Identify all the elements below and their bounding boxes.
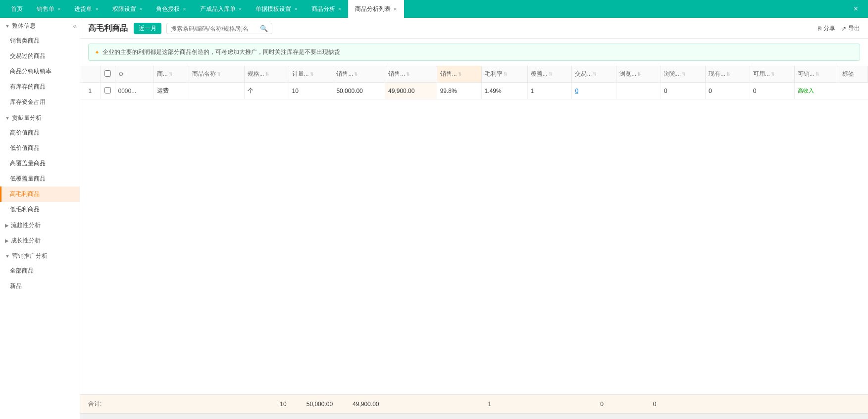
th-sales-qty[interactable]: 销售...⇅ (333, 66, 385, 83)
sidebar-item-new-products[interactable]: 新品 (0, 279, 80, 294)
arrow-contribution: ▼ (5, 115, 10, 121)
sidebar-item-high-value[interactable]: 高价值商品 (0, 125, 80, 140)
th-gross-margin[interactable]: 毛利率⇅ (481, 66, 527, 83)
footer-cells: 10 50,000.00 49,900.00 1 0 0 (116, 401, 661, 408)
row-checkbox[interactable] (104, 87, 111, 93)
sidebar-item-inventory-capital[interactable]: 库存资金占用 (0, 94, 80, 110)
close-purchase-order[interactable]: × (95, 6, 98, 12)
sidebar-item-high-coverage[interactable]: 高覆盖量商品 (0, 156, 80, 171)
close-template-settings[interactable]: × (294, 6, 297, 12)
search-input[interactable] (171, 25, 260, 32)
nav-sales-order[interactable]: 销售单 × (30, 0, 67, 18)
sidebar-group-trend[interactable]: ▶ 流趋性分析 (0, 217, 80, 233)
sidebar-group-contribution[interactable]: ▼ 贡献量分析 (0, 110, 80, 125)
sidebar-group-marketing[interactable]: ▼ 营销推广分析 (0, 248, 80, 263)
time-filter-button[interactable]: 近一月 (134, 23, 161, 34)
nav-product-analysis[interactable]: 商品分析 × (305, 0, 348, 18)
data-table: ⚙ 商...⇅ 商品名称⇅ 规格...⇅ 计量...⇅ (80, 66, 868, 99)
th-transactions[interactable]: 交易...⇅ (572, 66, 616, 83)
nav-permission-settings[interactable]: 权限设置 × (105, 0, 149, 18)
close-sales-order[interactable]: × (57, 6, 60, 12)
nav-role-auth[interactable]: 角色授权 × (149, 0, 193, 18)
sidebar-item-all-products[interactable]: 全部商品 (0, 263, 80, 279)
sidebar: « ▼ 整体信息 销售类商品 交易过的商品 商品分销助销率 有库存的商品 库存资… (0, 18, 80, 419)
sidebar-item-distribution-rate[interactable]: 商品分销助销率 (0, 64, 80, 79)
th-sales-amount[interactable]: 销售...⇅ (385, 66, 437, 83)
arrow-trend: ▶ (5, 223, 9, 228)
main-layout: « ▼ 整体信息 销售类商品 交易过的商品 商品分销助销率 有库存的商品 库存资… (0, 18, 868, 419)
select-all-checkbox[interactable] (104, 70, 111, 77)
sidebar-item-low-margin[interactable]: 低毛利商品 (0, 202, 80, 217)
footer-label: 合计: (88, 400, 102, 408)
share-icon: ⎘ (818, 25, 821, 32)
sort-sales-qty[interactable]: ⇅ (354, 72, 358, 77)
settings-icon[interactable]: ⚙ (118, 71, 124, 78)
nav-home[interactable]: 首页 (4, 0, 30, 18)
sort-code[interactable]: ⇅ (169, 72, 173, 77)
sort-sales-amount[interactable]: ⇅ (406, 72, 410, 77)
close-role-auth[interactable]: × (183, 6, 186, 12)
th-current-stock[interactable]: 现有...⇅ (705, 66, 750, 83)
cell-transactions: 1 (527, 83, 572, 99)
sort-coverage[interactable]: ⇅ (549, 72, 553, 77)
nav-product-analysis-list[interactable]: 商品分析列表 × (348, 0, 404, 18)
sidebar-item-high-margin[interactable]: 高毛利商品 (0, 186, 80, 202)
footer-total: 合计: 10 50,000.00 49,900.00 1 0 0 (80, 394, 868, 413)
sort-browse2[interactable]: ⇅ (682, 72, 686, 77)
share-button[interactable]: ⎘ 分享 (818, 24, 835, 33)
window-close[interactable]: × (848, 4, 864, 13)
sort-transactions[interactable]: ⇅ (593, 72, 597, 77)
cell-code: 0000... (115, 83, 153, 99)
export-icon: ↗ (841, 25, 846, 32)
th-sellable-stock[interactable]: 可销...⇅ (794, 66, 839, 83)
nav-template-settings[interactable]: 单据模板设置 × (249, 0, 304, 18)
th-browse1[interactable]: 浏览...⇅ (616, 66, 661, 83)
sidebar-item-low-coverage[interactable]: 低覆盖量商品 (0, 171, 80, 186)
arrow-marketing: ▼ (5, 253, 10, 259)
sort-browse1[interactable]: ⇅ (637, 72, 641, 77)
export-button[interactable]: ↗ 导出 (841, 24, 860, 33)
header-actions: ⎘ 分享 ↗ 导出 (818, 24, 860, 33)
close-product-analysis-list[interactable]: × (394, 6, 397, 12)
browse1-link[interactable]: 0 (575, 88, 578, 94)
sort-gross-margin[interactable]: ⇅ (504, 72, 508, 77)
th-browse2[interactable]: 浏览...⇅ (661, 66, 706, 83)
table-container[interactable]: ⚙ 商...⇅ 商品名称⇅ 规格...⇅ 计量...⇅ (80, 66, 868, 394)
th-spec[interactable]: 规格...⇅ (244, 66, 289, 83)
sidebar-item-traded-products[interactable]: 交易过的商品 (0, 48, 80, 64)
sort-spec[interactable]: ⇅ (265, 72, 269, 77)
th-product-name[interactable]: 商品名称⇅ (189, 66, 244, 83)
nav-product-inbound[interactable]: 产成品入库单 × (193, 0, 249, 18)
sidebar-collapse-button[interactable]: « (73, 22, 77, 30)
footer-transactions: 1 (483, 401, 496, 408)
nav-purchase-order[interactable]: 进货单 × (67, 0, 105, 18)
cell-browse1[interactable]: 0 (572, 83, 616, 99)
th-unit[interactable]: 计量...⇅ (289, 66, 333, 83)
sort-name[interactable]: ⇅ (217, 72, 221, 77)
close-product-inbound[interactable]: × (239, 6, 242, 12)
sort-sales-profit[interactable]: ⇅ (458, 72, 462, 77)
content-header: 高毛利商品 近一月 🔍 ⎘ 分享 ↗ 导出 (80, 18, 868, 39)
close-product-analysis[interactable]: × (338, 6, 341, 12)
horizontal-scrollbar[interactable] (80, 413, 868, 419)
sidebar-item-low-value[interactable]: 低价值商品 (0, 140, 80, 156)
th-product-code[interactable]: 商...⇅ (153, 66, 189, 83)
th-sales-profit[interactable]: 销售...⇅ (437, 66, 481, 83)
cell-current-stock: 0 (661, 83, 706, 99)
cell-tag: 高收入 (794, 83, 839, 99)
sidebar-group-overview[interactable]: ▼ 整体信息 (0, 18, 80, 33)
th-available-stock[interactable]: 可用...⇅ (750, 66, 794, 83)
sort-unit[interactable]: ⇅ (310, 72, 314, 77)
sort-available-stock[interactable]: ⇅ (771, 72, 775, 77)
th-settings[interactable]: ⚙ (115, 66, 153, 83)
info-banner: ✦ 企业的主要的利润都是这部分商品创造的，可考虑加大推广，同时关注库存是不要出现… (88, 44, 860, 61)
sort-current-stock[interactable]: ⇅ (726, 72, 730, 77)
sidebar-group-growth[interactable]: ▶ 成长性分析 (0, 233, 80, 248)
close-permission-settings[interactable]: × (139, 6, 142, 12)
sidebar-item-stocked-products[interactable]: 有库存的商品 (0, 79, 80, 94)
footer-stock1: 0 (595, 401, 609, 408)
sidebar-item-sales-products[interactable]: 销售类商品 (0, 33, 80, 48)
search-icon[interactable]: 🔍 (260, 25, 268, 32)
th-coverage[interactable]: 覆盖...⇅ (527, 66, 572, 83)
sort-sellable-stock[interactable]: ⇅ (816, 72, 819, 77)
